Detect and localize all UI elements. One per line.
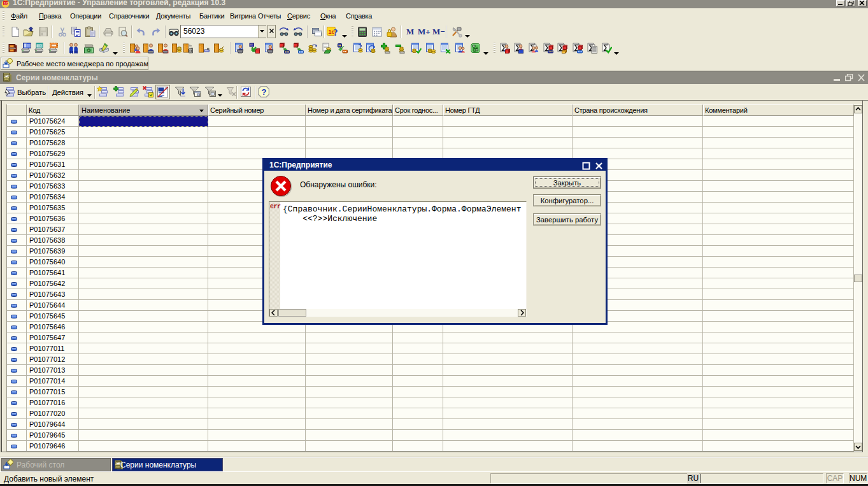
svg-text:1C: 1C xyxy=(4,1,9,5)
svg-text:?: ? xyxy=(262,87,267,97)
svg-text:?: ? xyxy=(334,28,338,37)
